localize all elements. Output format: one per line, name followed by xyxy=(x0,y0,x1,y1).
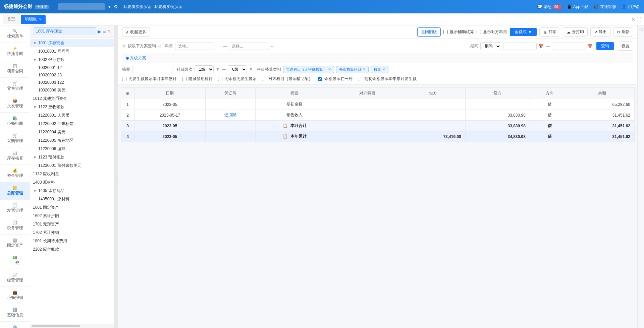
tag-remove-quantity[interactable]: ✕ xyxy=(382,67,385,72)
subject-end-input[interactable] xyxy=(229,43,269,50)
tree-scrollbar-thumb[interactable] xyxy=(32,325,80,327)
tree-item-1701[interactable]: 1701 无形资产 xyxy=(30,220,114,228)
system-scheme-btn[interactable]: 系统方案 xyxy=(126,55,146,61)
expand-more-btn[interactable]: ∧ 收起更多 xyxy=(122,27,150,37)
tree-item-1122[interactable]: ▼ 1122 应收账款 xyxy=(30,103,114,111)
tree-item-10020006[interactable]: 10020006 美元 xyxy=(30,86,114,94)
tree-item-1601[interactable]: 1601 固定资产 xyxy=(30,203,114,212)
subject-input[interactable] xyxy=(175,43,215,50)
demo-link-text[interactable]: 我要看实例演示 xyxy=(154,4,182,10)
tab-home[interactable]: 首页 xyxy=(3,15,19,24)
sidebar-item-basic[interactable]: ℹ️ 基础信息 xyxy=(0,304,30,322)
window-expand-icon[interactable]: ⛶ xyxy=(637,17,641,22)
tree-item-10010001[interactable]: 10010001 同同同 xyxy=(30,47,114,56)
tree-item-1403[interactable]: 1403 原材料 xyxy=(30,178,114,187)
show-aux-checkbox[interactable]: 显示辅助核算 xyxy=(443,29,474,35)
tree-item-1801[interactable]: 1801 长期待摊费用 xyxy=(30,237,114,245)
list-icon[interactable]: ☰ xyxy=(103,29,106,34)
tree-item-2202[interactable]: 2202 应付账款 xyxy=(30,245,114,254)
sidebar-item-wholesale[interactable]: 📦 批发管理 xyxy=(0,95,30,113)
tree-item-1002[interactable]: ▼ 1002 银行存款 xyxy=(30,56,114,64)
tree-item-11220006[interactable]: 11220006 游戏 xyxy=(30,145,114,153)
cb-ytd-opening[interactable]: 期初余额显示本年累计发生额 xyxy=(358,76,417,82)
level-end-select[interactable]: 6级 5级 4级 xyxy=(228,65,247,73)
sidebar-item-retail[interactable]: 🛒 零售管理 xyxy=(0,78,30,95)
col-settings-icon[interactable]: ⚙ xyxy=(126,91,129,96)
sidebar-item-expense[interactable]: 💼 小畅报销 xyxy=(0,287,30,304)
tree-item-1602[interactable]: 1602 累计折旧 xyxy=(30,212,114,220)
sidebar-item-search[interactable]: 🔍 搜索菜单 xyxy=(0,25,30,43)
online-service-btn[interactable]: 🎧 在线客服 xyxy=(594,4,616,10)
sidebar-item-management[interactable]: 📈 经营管理 xyxy=(0,269,30,287)
tree-item-1405[interactable]: ▼ 1405 库存商品 xyxy=(30,187,114,195)
settings-icon[interactable]: ⚙ xyxy=(114,4,118,9)
sidebar-item-ledger[interactable]: 📒 总账管理 xyxy=(0,182,30,200)
selected-account-display[interactable]: 1001 库存现金 xyxy=(33,27,96,35)
app-download-btn[interactable]: 📱 App下载 xyxy=(567,4,588,10)
voucher-link[interactable]: 记-006 xyxy=(224,113,236,117)
panel-collapse-handle[interactable]: ‹ xyxy=(114,25,118,328)
sidebar-item-quicknav[interactable]: ⚡ 快捷导航 xyxy=(0,43,30,60)
print-btn[interactable]: 🖨 打印 xyxy=(539,27,560,37)
period-start-input[interactable]: 2023-05 xyxy=(503,43,537,50)
cb-no-occurrence-input[interactable] xyxy=(122,77,126,81)
tree-item-11220005[interactable]: 11220005 所在地区 xyxy=(30,136,114,145)
edit-icon[interactable]: ✎ xyxy=(108,29,111,34)
cb-no-balance-input[interactable] xyxy=(218,77,222,81)
sidebar-item-funds[interactable]: 💰 资金管理 xyxy=(0,165,30,182)
window-minimize-icon[interactable]: — xyxy=(625,17,630,22)
tree-scrollbar[interactable] xyxy=(30,324,114,328)
summary-input[interactable] xyxy=(132,66,172,73)
period-end-input[interactable]: 2023-05 xyxy=(552,43,585,50)
sidebar-item-assets[interactable]: 🏢 固定资产 xyxy=(0,235,30,252)
tree-item-1702[interactable]: 1702 累计摊销 xyxy=(30,228,114,237)
settings-btn[interactable]: 设置 xyxy=(618,42,633,51)
tag-remove-foreign[interactable]: ✕ xyxy=(363,67,366,72)
show-contra-input[interactable] xyxy=(477,30,481,34)
cb-hide-disabled[interactable]: 隐藏禁用科目 xyxy=(182,76,213,82)
calendar-end-icon[interactable]: 📅 xyxy=(587,44,592,49)
tree-item-11220004[interactable]: 11220004 美元 xyxy=(30,128,114,136)
tree-item-10020002[interactable]: 10020002 23 xyxy=(30,71,114,79)
sidebar-item-purchase[interactable]: 🛒 采购管理 xyxy=(0,130,30,147)
cb-balance-one-col[interactable]: 余额显示在一列 xyxy=(318,76,353,82)
refresh-btn[interactable]: ↻ 刷新 xyxy=(613,27,633,37)
return-old-btn[interactable]: 退回旧版 xyxy=(417,27,441,37)
right-expand-icon[interactable]: ◁ xyxy=(639,27,643,31)
level-start-select[interactable]: 1级 2级 3级 xyxy=(195,65,214,73)
tab-ledger[interactable]: 明细账 ✕ xyxy=(21,15,46,24)
tree-item-11220002[interactable]: 11220002 往来标签 xyxy=(30,120,114,128)
tag-remove-normal[interactable]: ✕ xyxy=(328,67,331,72)
user-avatar[interactable]: 👤 用户名 xyxy=(622,4,640,10)
sidebar-item-ecommerce[interactable]: 🛍️ 小畅电商 xyxy=(0,113,30,130)
calendar-icon[interactable]: 📅 xyxy=(539,44,544,49)
sidebar-item-inventory[interactable]: 📊 库存核算 xyxy=(0,147,30,165)
sidebar-item-system[interactable]: ⚙️ 系统管理 xyxy=(0,322,30,328)
tree-item-1123[interactable]: ▼ 1123 预付账款 xyxy=(30,153,114,161)
collapse-left-icon[interactable]: ◁ xyxy=(158,44,161,49)
show-contra-checkbox[interactable]: 显示对方科目 xyxy=(477,29,507,35)
cloud-print-btn[interactable]: ☁ 云打印 xyxy=(563,27,588,37)
cb-no-occurrence[interactable]: 无发生额显示本月本年累计 xyxy=(122,76,177,82)
tree-item-1132[interactable]: 1132 应收利息 xyxy=(30,170,114,178)
message-btn[interactable]: 💬 消息 99+ xyxy=(537,4,561,10)
view-mode-btn[interactable]: 金额式 ▼ xyxy=(510,28,537,36)
tree-item-14050001[interactable]: 14050001 原材料 xyxy=(30,195,114,203)
cb-no-balance[interactable]: 无余额无发生显示 xyxy=(218,76,257,82)
row2-voucher[interactable]: 记-006 xyxy=(205,110,256,121)
arrow-right-icon[interactable]: ▶ xyxy=(98,29,101,34)
tree-item-1012[interactable]: 1012 其他货币资金 xyxy=(30,94,114,103)
export-btn[interactable]: ↗ 导出 xyxy=(590,27,610,37)
tree-item-1001[interactable]: ▼ 1001 库存现金 xyxy=(30,39,114,47)
sidebar-item-project[interactable]: 📋 项目合同 xyxy=(0,60,30,78)
tree-item-10020003[interactable]: 10020003 122 xyxy=(30,79,114,86)
sidebar-item-tax[interactable]: 📑 税务管理 xyxy=(0,217,30,235)
sidebar-item-invoice[interactable]: 🧾 发票管理 xyxy=(0,200,30,217)
cb-contra-subject-input[interactable] xyxy=(262,77,266,81)
cb-ytd-opening-input[interactable] xyxy=(358,77,362,81)
tree-item-10020001[interactable]: 10020001 12 xyxy=(30,64,114,71)
cb-balance-one-col-input[interactable] xyxy=(318,77,322,81)
query-btn[interactable]: 查询 xyxy=(596,42,614,50)
tree-item-11220001[interactable]: 11220001 人民币 xyxy=(30,111,114,120)
cb-contra-subject[interactable]: 对方科目（显示辅助项） xyxy=(262,76,313,82)
